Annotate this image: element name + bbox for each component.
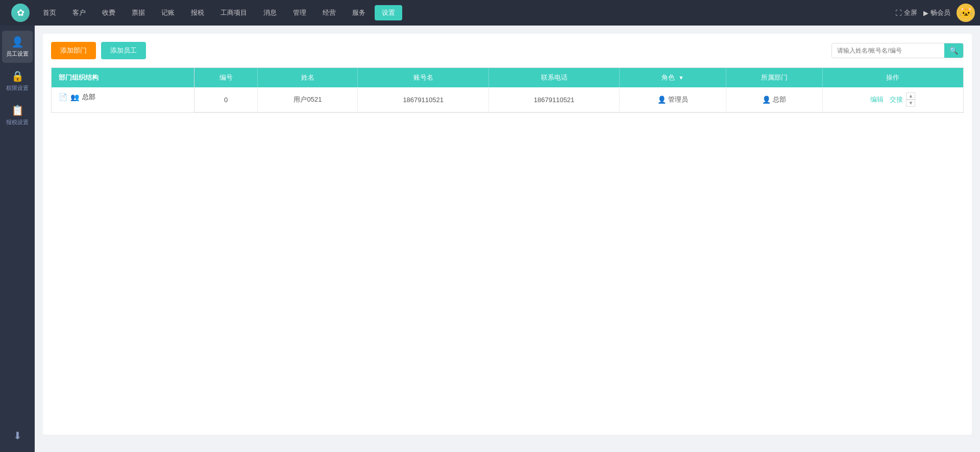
cell-actions: 编辑 交接 ▲ ▼ [822,87,963,112]
nav-fee[interactable]: 收费 [95,5,122,20]
fullscreen-label: 全屏 [904,8,917,17]
sidebar-item-permissions[interactable]: 🔒 权限设置 [2,65,33,97]
cell-role: 👤 管理员 [620,87,726,112]
file-icon: 📄 [59,93,67,101]
cell-id: 0 [194,87,258,112]
content-body: 部门组织结构 📄 👥 总部 编号 姓名 账号名 [51,67,964,113]
arrow-down-button[interactable]: ▼ [906,100,915,107]
staff-icon: 👤 [11,36,24,48]
col-header-action: 操作 [822,68,963,87]
tax-settings-icon: 📋 [11,104,24,116]
nav-tax[interactable]: 报税 [184,5,211,20]
col-header-account: 账号名 [358,68,488,87]
toolbar: 添加部门 添加员工 🔍 [51,42,964,59]
sidebar-tax-label: 报税设置 [6,118,29,126]
search-button[interactable]: 🔍 [944,43,963,58]
tree-panel: 部门组织结构 📄 👥 总部 [52,68,194,112]
cell-account: 18679110521 [358,87,488,112]
play-icon: ▶ [923,9,928,17]
main-layout: 👤 员工设置 🔒 权限设置 📋 报税设置 ⬇ 添加部门 添加员工 [0,26,980,452]
staff-table: 编号 姓名 账号名 联系电话 角色 ▼ 所属部门 操作 [194,68,963,112]
col-header-phone: 联系电话 [488,68,619,87]
nav-operation[interactable]: 经营 [315,5,343,20]
left-sidebar: 👤 员工设置 🔒 权限设置 📋 报税设置 ⬇ [0,26,35,452]
add-dept-button[interactable]: 添加部门 [51,42,96,59]
transfer-button[interactable]: 交接 [890,95,903,104]
cell-dept: 👤 总部 [726,87,822,112]
logo-icon: ✿ [11,4,30,22]
dept-user-icon: 👤 [762,96,771,104]
download-icon: ⬇ [13,430,22,442]
nav-manage[interactable]: 管理 [286,5,313,20]
logo-char: ✿ [17,7,24,18]
search-icon: 🔍 [949,46,958,55]
filter-icon: ▼ [678,75,684,81]
edit-button[interactable]: 编辑 [870,95,884,104]
col-header-id: 编号 [194,68,258,87]
nav-service[interactable]: 服务 [345,5,373,20]
sidebar-download-button[interactable]: ⬇ [2,424,33,447]
table-header-row: 编号 姓名 账号名 联系电话 角色 ▼ 所属部门 操作 [194,68,963,87]
nav-home[interactable]: 首页 [36,5,63,20]
member-button[interactable]: ▶ 畅会员 [923,8,950,17]
sidebar-item-staff[interactable]: 👤 员工设置 [2,31,33,63]
search-box: 🔍 [831,43,964,58]
lock-icon: 🔒 [11,70,24,82]
user-group-icon: 👥 [70,93,79,101]
tree-header: 部门组织结构 [52,68,194,87]
nav-settings[interactable]: 设置 [375,5,402,20]
col-header-dept: 所属部门 [726,68,822,87]
role-user-icon: 👤 [657,96,666,104]
tree-item-headquarters[interactable]: 📄 👥 总部 [52,87,194,107]
nav-business[interactable]: 工商项目 [213,5,254,20]
sidebar-permissions-label: 权限设置 [6,84,29,92]
nav-customer[interactable]: 客户 [65,5,93,20]
sidebar-staff-label: 员工设置 [6,50,29,58]
user-avatar[interactable]: 🐱 [957,4,975,22]
content-card: 添加部门 添加员工 🔍 部门组织结构 📄 👥 总部 [43,34,972,435]
fullscreen-icon: ⛶ [895,9,902,17]
main-content-area: 添加部门 添加员工 🔍 部门组织结构 📄 👥 总部 [35,26,980,452]
nav-bill[interactable]: 票据 [125,5,152,20]
avatar-icon: 🐱 [959,6,973,19]
member-label: 畅会员 [930,8,950,17]
arrow-up-button[interactable]: ▲ [906,92,915,100]
nav-message[interactable]: 消息 [256,5,284,20]
sidebar-item-tax-settings[interactable]: 📋 报税设置 [2,99,33,131]
nav-menu: 首页 客户 收费 票据 记账 报税 工商项目 消息 管理 经营 服务 设置 [36,5,895,20]
tree-item-label: 总部 [82,92,95,102]
fullscreen-button[interactable]: ⛶ 全屏 [895,8,917,17]
logo: ✿ [5,4,36,22]
top-navigation: ✿ 首页 客户 收费 票据 记账 报税 工商项目 消息 管理 经营 服务 设置 … [0,0,980,26]
dept-label: 总部 [773,95,786,104]
table-panel: 编号 姓名 账号名 联系电话 角色 ▼ 所属部门 操作 [194,68,963,112]
sidebar-bottom: ⬇ [2,424,33,447]
col-header-name: 姓名 [258,68,358,87]
add-staff-button[interactable]: 添加员工 [101,42,146,59]
cell-phone: 18679110521 [488,87,619,112]
table-row: 0 用户0521 18679110521 18679110521 👤 管理员 [194,87,963,112]
sort-arrows: ▲ ▼ [906,92,915,107]
cell-name: 用户0521 [258,87,358,112]
search-input[interactable] [832,44,944,57]
col-header-role[interactable]: 角色 ▼ [620,68,726,87]
nav-bookkeeping[interactable]: 记账 [154,5,182,20]
nav-right-area: ⛶ 全屏 ▶ 畅会员 🐱 [895,4,975,22]
role-label: 管理员 [668,95,688,104]
